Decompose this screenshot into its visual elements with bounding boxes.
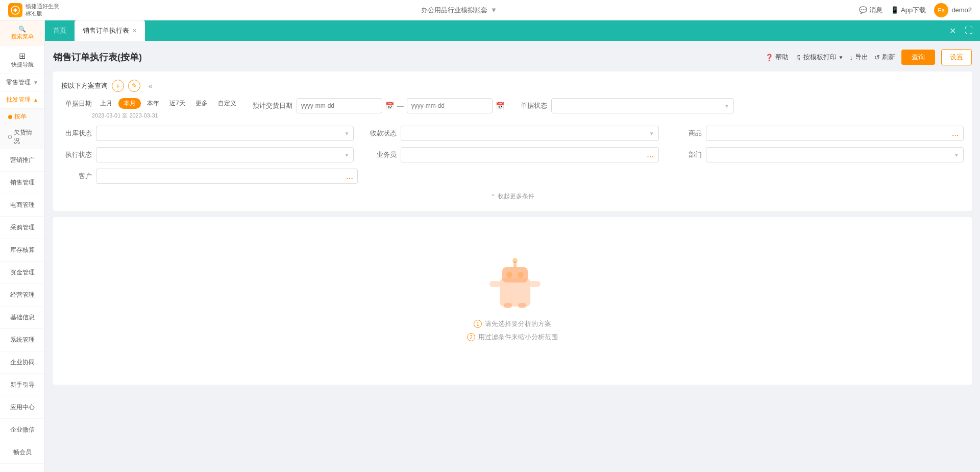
app-download-btn[interactable]: 📱 App下载 (891, 6, 926, 15)
date-label: 单据日期 (61, 99, 92, 108)
sidebar-item-newbie[interactable]: 新手引导 (0, 374, 44, 396)
calendar-end-icon[interactable]: 📅 (496, 102, 504, 110)
sidebar-item-finance[interactable]: 资金管理 (0, 262, 44, 284)
filter-panel-title: 按以下方案查询 (61, 81, 108, 90)
sidebar: 🔍 搜索菜单 ⊞ 快捷导航 零售管理 ▼ 批发管理 ▲ 按单 (0, 20, 45, 472)
svg-point-3 (506, 272, 512, 278)
search-icon: 🔍 (18, 26, 26, 33)
exec-status-select[interactable]: ▼ (96, 147, 354, 162)
filter-panel-header: 按以下方案查询 + ✎ « (61, 80, 964, 92)
date-tab-current-year[interactable]: 本年 (143, 98, 163, 109)
header-center: 办公用品行业模拟账套 ▼ (421, 6, 497, 15)
tab-bar: 首页 销售订单执行表 ✕ ✕ ⛶ (45, 20, 980, 41)
salesman-filter: 业务员 ... (366, 147, 658, 162)
template-print-btn[interactable]: 🖨 按模板打印 ▼ (795, 53, 844, 62)
main-layout: 🔍 搜索菜单 ⊞ 快捷导航 零售管理 ▼ 批发管理 ▲ 按单 (0, 20, 980, 472)
date-tab-custom[interactable]: 自定义 (214, 98, 240, 109)
delivery-chevron-icon: ▼ (344, 131, 349, 136)
customer-filter: 客户 ... (61, 169, 358, 184)
svg-point-4 (518, 272, 524, 278)
sidebar-item-marketing[interactable]: 营销推广 (0, 149, 44, 172)
sidebar-item-shortcut[interactable]: ⊞ 快捷导航 (0, 46, 44, 74)
salesman-more-icon[interactable]: ... (647, 151, 654, 159)
status-select[interactable]: ▼ (551, 98, 734, 113)
goods-label: 商品 (671, 129, 702, 138)
date-tab-last-month[interactable]: 上月 (96, 98, 116, 109)
tab-home[interactable]: 首页 (45, 20, 75, 41)
customer-input-wrap[interactable]: ... (96, 169, 358, 184)
message-btn[interactable]: 💬 消息 (859, 6, 883, 15)
collapse-scheme-btn[interactable]: « (144, 80, 157, 92)
date-tab-last7[interactable]: 近7天 (165, 98, 189, 109)
sidebar-item-ops[interactable]: 经营管理 (0, 284, 44, 306)
edit-scheme-btn[interactable]: ✎ (128, 80, 140, 92)
date-tab-more[interactable]: 更多 (191, 98, 212, 109)
tab-close-btn[interactable]: ✕ (132, 28, 137, 34)
filter-row-2: 出库状态 ▼ 收款状态 ▼ 商品 (61, 126, 964, 141)
dropdown-icon[interactable]: ▼ (491, 6, 497, 14)
salesman-input-wrap[interactable]: ... (401, 147, 658, 162)
logo-icon (8, 3, 22, 17)
circle-icon (8, 135, 12, 139)
expected-date-start[interactable] (297, 98, 382, 113)
salesman-label: 业务员 (366, 150, 397, 159)
sidebar-section-wholesale: 批发管理 ▲ 按单 欠货情况 (0, 91, 44, 149)
sidebar-item-purchase[interactable]: 采购管理 (0, 217, 44, 239)
sidebar-item-search[interactable]: 🔍 搜索菜单 (0, 20, 44, 46)
top-header: 畅捷通好生意 标准版 办公用品行业模拟账套 ▼ 💬 消息 📱 App下载 Ea … (0, 0, 980, 20)
exec-status-filter: 执行状态 ▼ (61, 147, 354, 162)
chevron-up-icon: ▲ (33, 97, 38, 103)
empty-step2: 2 用过滤条件来缩小分析范围 (467, 333, 558, 342)
add-scheme-btn[interactable]: + (112, 80, 124, 92)
sidebar-item-member[interactable]: 畅会员 (0, 441, 44, 464)
delivery-status-filter: 出库状态 ▼ (61, 126, 354, 141)
empty-step1: 1 请先选择要分析的方案 (474, 319, 551, 328)
date-filter-row: 单据日期 上月 本月 本年 近7天 更多 自定义 2023-03-01 至 20… (61, 98, 964, 120)
customer-more-icon[interactable]: ... (346, 173, 353, 180)
svg-rect-1 (500, 278, 530, 306)
settings-btn[interactable]: 设置 (941, 49, 972, 65)
sidebar-item-basic[interactable]: 基础信息 (0, 306, 44, 329)
sidebar-item-inventory[interactable]: 库存核算 (0, 239, 44, 262)
dept-select[interactable]: ▼ (706, 147, 964, 162)
sidebar-item-system[interactable]: 系统管理 (0, 329, 44, 351)
page-actions: ❓ 帮助 🖨 按模板打印 ▼ ↓ 导出 ↺ 刷新 (765, 49, 972, 65)
sidebar-item-appstore[interactable]: 应用中心 (0, 396, 44, 419)
export-icon: ↓ (850, 54, 853, 61)
sidebar-item-sales[interactable]: 销售管理 (0, 172, 44, 194)
collection-status-select[interactable]: ▼ (401, 126, 658, 141)
delivery-status-select[interactable]: ▼ (96, 126, 354, 141)
help-btn[interactable]: ❓ 帮助 (765, 53, 789, 62)
refresh-icon: ↺ (874, 54, 880, 61)
header-left: 畅捷通好生意 标准版 (8, 3, 59, 17)
tab-sales-exec[interactable]: 销售订单执行表 ✕ (75, 20, 145, 41)
date-filter-left: 单据日期 上月 本月 本年 近7天 更多 自定义 2023-03-01 至 20… (61, 98, 240, 120)
filter-panel: 按以下方案查询 + ✎ « 单据日期 上月 本月 (53, 72, 972, 211)
date-tab-current-month[interactable]: 本月 (118, 98, 141, 109)
sidebar-item-ecom[interactable]: 电商管理 (0, 194, 44, 217)
calendar-start-icon[interactable]: 📅 (385, 102, 394, 110)
goods-more-icon[interactable]: ... (952, 130, 959, 137)
dept-label: 部门 (671, 150, 702, 159)
status-chevron-icon: ▼ (724, 103, 729, 109)
export-btn[interactable]: ↓ 导出 (850, 53, 869, 62)
dept-chevron-icon: ▼ (954, 152, 959, 158)
exec-status-label: 执行状态 (61, 150, 92, 159)
status-label: 单据状态 (517, 101, 547, 110)
refresh-btn[interactable]: ↺ 刷新 (874, 53, 895, 62)
sidebar-sub-item-order[interactable]: 按单 (0, 109, 44, 125)
query-btn[interactable]: 查询 (901, 50, 935, 65)
expected-date-end[interactable] (407, 98, 493, 113)
collapse-filter-btn[interactable]: ⌃ 收起更多条件 (61, 190, 964, 203)
sidebar-section-retail: 零售管理 ▼ (0, 74, 44, 91)
user-menu[interactable]: Ea demo2 (934, 3, 972, 17)
sidebar-item-wholesale[interactable]: 批发管理 ▲ (0, 91, 44, 109)
sidebar-item-retail[interactable]: 零售管理 ▼ (0, 74, 44, 91)
close-tab-btn[interactable]: ✕ (945, 23, 960, 38)
goods-input-wrap[interactable]: ... (706, 126, 964, 141)
sidebar-item-corpwx[interactable]: 企业微信 (0, 419, 44, 441)
sidebar-sub-item-debt[interactable]: 欠货情况 (0, 125, 44, 149)
sidebar-item-corp[interactable]: 企业协同 (0, 351, 44, 374)
fullscreen-btn[interactable]: ⛶ (962, 23, 976, 38)
step2-num: 2 (467, 333, 475, 341)
